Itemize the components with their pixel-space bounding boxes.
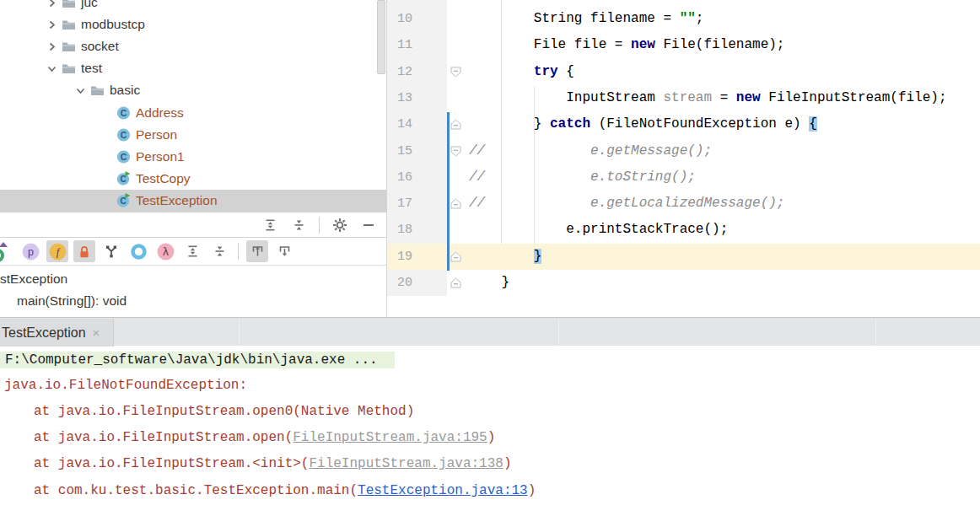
tree-item-label: TestException (136, 193, 218, 208)
code-segment: { (558, 64, 574, 79)
stack-text: at java.io.FileInputStream.<init>( (34, 456, 309, 471)
tree-item-label: test (81, 61, 102, 76)
svg-text:C: C (121, 130, 127, 140)
folder-icon (90, 84, 105, 96)
tree-item-basic[interactable]: basic (0, 79, 386, 101)
tree-scrollbar-thumb[interactable] (377, 0, 385, 74)
code-line-17[interactable]: 17// e.getLocalizedMessage(); (387, 191, 980, 217)
code-line-19[interactable]: 19 } (387, 244, 980, 270)
stack-text: ) (487, 430, 496, 445)
code-line-20[interactable]: 20 } (387, 270, 980, 296)
console-tab-testexception[interactable]: TestException × (0, 319, 114, 347)
tree-item-label: Person (136, 127, 177, 142)
line-number: 15 (387, 138, 412, 164)
svg-text:λ: λ (162, 245, 169, 258)
expand-all-icon[interactable] (259, 214, 281, 236)
fold-marker-icon[interactable] (450, 251, 461, 262)
chevron-right-icon[interactable] (45, 0, 58, 8)
collapse-all-icon[interactable] (288, 214, 310, 236)
code-segment: e.printStackTrace(); (469, 222, 728, 237)
code-segment: try (469, 64, 558, 79)
code-text: String filename = ""; (469, 6, 703, 32)
code-segment: "" (680, 11, 696, 26)
tree-item-modbustcp[interactable]: modbustcp (0, 13, 386, 35)
code-segment: new (736, 90, 761, 105)
stack-link[interactable]: FileInputStream.java:195 (293, 430, 487, 445)
folder-icon (62, 40, 76, 52)
stack-text: at com.ku.test.basic.TestException.main( (34, 483, 358, 498)
line-number: 13 (387, 85, 412, 111)
visibility-part-icon[interactable] (0, 240, 14, 262)
code-segment: } (469, 275, 509, 290)
code-line-13[interactable]: 13 InputStream stream = new FileInputStr… (387, 85, 980, 111)
code-line-11[interactable]: 11 File file = new File(filename); (387, 32, 980, 58)
console-error-line: java.io.FileNotFoundException: (4, 373, 256, 398)
tree-item-label: Person1 (136, 149, 185, 164)
class-icon: C (116, 105, 131, 120)
code-text: File file = new File(filename); (469, 32, 784, 58)
tree-item-person[interactable]: CPerson (0, 124, 386, 146)
collapse-all-icon[interactable] (208, 240, 230, 262)
tree-item-test[interactable]: test (0, 57, 386, 79)
tree-item-address[interactable]: CAddress (0, 102, 386, 124)
code-line-12[interactable]: 12 try { (387, 59, 980, 85)
code-segment: File(filename); (655, 37, 785, 52)
stack-link[interactable]: FileInputStream.java:138 (309, 456, 503, 471)
structure-item[interactable]: stException (0, 268, 67, 290)
fold-marker-icon[interactable] (450, 277, 461, 288)
chevron-right-icon[interactable] (45, 41, 58, 51)
code-line-16[interactable]: 16// e.toString(); (387, 164, 980, 191)
scroll-from-source-icon[interactable] (273, 240, 295, 262)
vcs-change-bar[interactable] (447, 112, 450, 271)
tree-item-label: basic (110, 83, 140, 98)
properties-icon[interactable]: p (19, 240, 41, 262)
class-icon: C (116, 127, 131, 142)
console-stack-line: at java.io.FileInputStream.open0(Native … (34, 399, 414, 424)
inherited-icon[interactable] (127, 240, 149, 262)
code-text: e.printStackTrace(); (469, 217, 728, 243)
lambda-icon[interactable]: λ (154, 240, 176, 262)
code-segment: = (712, 90, 736, 105)
lock-icon[interactable] (73, 240, 95, 262)
line-number: 19 (387, 244, 412, 270)
tree-item-testexception[interactable]: CTestException (0, 190, 386, 212)
code-segment: stream (663, 90, 712, 105)
code-editor[interactable]: public static void main(String[] args) {… (387, 0, 980, 296)
fold-marker-icon[interactable] (450, 119, 461, 130)
tree-item-person1[interactable]: CPerson1 (0, 146, 386, 168)
tree-item-testcopy[interactable]: CTestCopy (0, 168, 386, 190)
hide-icon[interactable] (358, 214, 380, 236)
code-line-10[interactable]: 10 String filename = ""; (387, 6, 980, 32)
tree-item-juc[interactable]: juc (0, 0, 386, 13)
fold-marker-icon[interactable] (450, 67, 461, 78)
close-icon[interactable]: × (93, 325, 100, 340)
fold-marker-icon[interactable] (450, 146, 461, 157)
group-methods-icon[interactable] (100, 240, 122, 262)
structure-item[interactable]: main(String[]): void (17, 290, 127, 312)
expand-all-icon[interactable] (181, 240, 203, 262)
tabbar-divider (558, 319, 559, 347)
console-tab-bar: TestException × (0, 317, 980, 346)
code-segment: } (469, 116, 550, 132)
console-command-line: F:\Computer_software\Java\jdk\bin\java.e… (0, 347, 395, 373)
settings-icon[interactable] (329, 214, 351, 236)
code-line-18[interactable]: 18 e.printStackTrace(); (387, 217, 980, 243)
code-line-15[interactable]: 15// e.getMessage(); (387, 138, 980, 164)
stack-link[interactable]: TestException.java:13 (358, 483, 528, 498)
scroll-to-source-icon[interactable] (246, 240, 268, 262)
chevron-down-icon[interactable] (73, 85, 87, 95)
code-line-14[interactable]: 14 } catch (FileNotFoundException e) { (387, 111, 980, 137)
code-text: try { (469, 59, 574, 85)
tree-item-socket[interactable]: socket (0, 35, 386, 57)
code-text: public static void main(String[] args) { (469, 0, 825, 6)
line-number: 10 (387, 6, 412, 32)
fields-icon[interactable]: f (46, 240, 68, 262)
code-line[interactable]: public static void main(String[] args) { (387, 0, 980, 6)
chevron-down-icon[interactable] (45, 63, 58, 73)
exe-path-text: F:\Computer_software\Java\jdk\bin\java.e… (0, 352, 395, 368)
chevron-right-icon[interactable] (45, 19, 58, 30)
code-segment: String filename = (469, 11, 680, 26)
code-segment: // e.toString(); (469, 169, 696, 185)
fold-marker-icon[interactable] (450, 198, 461, 209)
stack-text: ) (503, 456, 512, 471)
